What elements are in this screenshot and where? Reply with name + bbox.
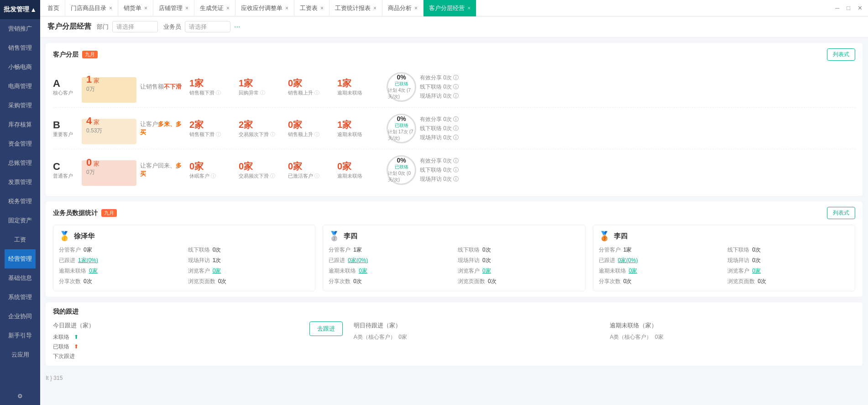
tab-payable[interactable]: 应收应付调整单×: [235, 0, 294, 16]
follow-overdue-row1: A类（核心客户） 0家: [610, 333, 855, 341]
tab-store_mgmt[interactable]: 店铺管理×: [153, 0, 194, 16]
staff-card-1: 🥈 李四 分管客户 1家 线下联络 0次 已跟进 0家(0%) 现场拜访 0次 …: [323, 225, 585, 291]
tier-label-B: B 重要客户: [53, 119, 78, 138]
tier-slogan-C: 让客户回来、多买: [140, 162, 186, 178]
sidebar-item-qiye[interactable]: 企业协同: [5, 307, 36, 326]
sidebar-item-zhangzhang[interactable]: 总账管理: [5, 153, 36, 173]
customer-list-btn[interactable]: 列表式: [827, 48, 855, 61]
staff-stat: 分享次数 0次: [59, 278, 181, 285]
staff-select[interactable]: 请选择: [185, 21, 230, 32]
staff-list-btn[interactable]: 列表式: [827, 207, 855, 219]
follow-today-row2: 已联络 ⬆: [53, 343, 298, 351]
tab-payroll_report[interactable]: 工资统计报表×: [329, 0, 382, 16]
sidebar-settings[interactable]: ⚙: [0, 387, 40, 405]
tab-label-sales_order: 销货单: [124, 4, 141, 12]
staff-stat: 浏览页面数 0次: [188, 278, 310, 285]
staff-section: 业务员数据统计 九月 列表式 🥇 徐泽华 分管客户 0家 线下联络 0次 已跟进…: [46, 201, 863, 297]
staff-month-badge: 九月: [101, 209, 117, 217]
sidebar-item-gongzi[interactable]: 工资: [5, 230, 36, 249]
sidebar-item-yingxiao[interactable]: 营销推广: [5, 19, 36, 38]
staff-header-1: 🥈 李四: [329, 231, 579, 242]
tier-count-A: 1 家 0万: [82, 71, 136, 103]
sidebar-item-xinshou[interactable]: 新手引导: [5, 326, 36, 345]
tab-label-voucher: 生成凭证: [200, 4, 224, 12]
sidebar-header[interactable]: 批发管理 ▲: [0, 0, 40, 19]
tier-label-A: A 核心客户: [53, 78, 78, 96]
go-follow-button[interactable]: 去跟进: [309, 321, 343, 336]
staff-header-0: 🥇 徐泽华: [59, 231, 309, 242]
tab-voucher[interactable]: 生成凭证×: [194, 0, 235, 16]
sidebar-item-jingying[interactable]: 经营管理: [5, 249, 36, 268]
tab-sales_order[interactable]: 销货单×: [118, 0, 153, 16]
staff-section-header: 业务员数据统计 九月 列表式: [53, 207, 855, 219]
follow-section-header: 我的跟进: [53, 308, 855, 316]
tab-close-store_mgmt[interactable]: ×: [185, 5, 188, 11]
sidebar-collapse-icon[interactable]: ▲: [30, 6, 37, 13]
staff-stat: 浏览客户 0家: [727, 267, 849, 275]
tab-home[interactable]: 首页: [42, 0, 65, 16]
staff-filter: 业务员 请选择 ···: [163, 21, 240, 32]
tab-label-goods_analysis: 商品分析: [388, 4, 412, 12]
tab-close-payable[interactable]: ×: [285, 5, 288, 11]
sidebar-item-yunyingyong[interactable]: 云应用: [5, 345, 36, 364]
tab-goods_analysis[interactable]: 商品分析×: [382, 0, 424, 16]
staff-medal-2: 🥉: [599, 231, 610, 242]
sidebar-item-kucun[interactable]: 库存核算: [5, 115, 36, 134]
bottom-hint: It } 315: [40, 371, 868, 385]
follow-today-row3: 下次跟进: [53, 352, 298, 360]
customer-section-title: 客户分层: [53, 51, 78, 59]
tab-payroll[interactable]: 工资表×: [294, 0, 329, 16]
tier-stat-C-1: 0家 交易频次下滑 ⓘ: [239, 160, 284, 179]
sidebar-item-xiaodian[interactable]: 小畅电商: [5, 58, 36, 77]
tab-customer_tier[interactable]: 客户分层经营×: [424, 0, 476, 16]
tab-close-voucher[interactable]: ×: [226, 5, 230, 11]
staff-stat: 浏览页面数 0次: [727, 278, 849, 285]
dept-select[interactable]: 请选择: [112, 21, 158, 32]
tab-close-payroll[interactable]: ×: [320, 5, 324, 11]
tab-store_goods[interactable]: 门店商品目录×: [65, 0, 118, 16]
tier-stat-A-0: 1家 销售额下滑 ⓘ: [189, 77, 235, 96]
sidebar-item-zijin[interactable]: 资金管理: [5, 134, 36, 153]
close-window-button[interactable]: ✕: [856, 5, 864, 11]
tier-right-A: 有效分享 0次 ⓘ线下联络 0次 ⓘ现场拜访 0次 ⓘ: [420, 74, 855, 100]
staff-stats-1: 分管客户 1家 线下联络 0次 已跟进 0家(0%) 现场拜访 0次 逾期未联络…: [329, 246, 579, 285]
tab-close-payroll_report[interactable]: ×: [373, 5, 376, 11]
tab-label-payroll_report: 工资统计报表: [335, 4, 371, 12]
tier-row-b: B 重要客户 4 家 0.53万 让客户多来、多买 2家 销售额下滑 ⓘ 2家 …: [53, 108, 855, 149]
tab-bar: 首页门店商品目录×销货单×店铺管理×生成凭证×应收应付调整单×工资表×工资统计报…: [40, 0, 868, 16]
follow-today-subtitle: 未联络 ⬆: [53, 333, 298, 341]
customer-section-header: 客户分层 九月 列表式: [53, 48, 855, 61]
follow-today-row2-alert: ⬆: [74, 343, 78, 350]
follow-today-row1-label: 未联络: [53, 334, 73, 340]
tier-circle-A: 0% 已联络 计划 4次 (7天/次): [387, 72, 416, 102]
staff-stat: 逾期未联络 0家: [329, 267, 450, 275]
tier-stat-B-0: 2家 销售额下滑 ⓘ: [189, 119, 235, 138]
staff-stat: 浏览页面数 0次: [458, 278, 580, 285]
sidebar-item-caigou[interactable]: 采购管理: [5, 96, 36, 115]
tab-close-goods_analysis[interactable]: ×: [414, 5, 418, 11]
tier-row-a: A 核心客户 1 家 0万 让销售额不下滑 1家 销售额下滑 ⓘ 1家 回购异常…: [53, 66, 855, 108]
tier-label-C: C 普通客户: [53, 161, 78, 179]
staff-stat: 逾期未联络 0家: [59, 267, 181, 275]
staff-name-2: 李四: [614, 232, 627, 241]
sidebar-item-shuiwu[interactable]: 税务管理: [5, 192, 36, 211]
staff-header-2: 🥉 李四: [599, 231, 849, 242]
staff-card-2: 🥉 李四 分管客户 1家 线下联络 0次 已跟进 0家(0%) 现场拜访 0次 …: [593, 225, 855, 291]
sidebar-item-fapiao[interactable]: 发票管理: [5, 173, 36, 192]
staff-name-0: 徐泽华: [74, 232, 94, 241]
minimize-button[interactable]: ─: [833, 5, 841, 11]
more-button[interactable]: ···: [234, 23, 240, 31]
sidebar-item-gudingzichan[interactable]: 固定资产: [5, 211, 36, 230]
sidebar-item-jichu[interactable]: 基础信息: [5, 268, 36, 288]
sidebar-item-xitong[interactable]: 系统管理: [5, 288, 36, 307]
staff-card-0: 🥇 徐泽华 分管客户 0家 线下联络 0次 已跟进 1家(0%) 现场拜访 1次…: [53, 225, 315, 291]
maximize-button[interactable]: □: [845, 5, 852, 11]
tab-close-customer_tier[interactable]: ×: [467, 5, 471, 11]
staff-stats-0: 分管客户 0家 线下联络 0次 已跟进 1家(0%) 现场拜访 1次 逾期未联络…: [59, 246, 309, 285]
tab-close-store_goods[interactable]: ×: [109, 5, 112, 11]
tab-close-sales_order[interactable]: ×: [144, 5, 147, 11]
tab-label-payroll: 工资表: [300, 4, 318, 12]
sidebar-item-xiaoshou[interactable]: 销售管理: [5, 38, 36, 58]
tier-row-c: C 普通客户 0 家 0万 让客户回来、多买 0家 休眠客户 ⓘ 0家 交易频次…: [53, 149, 855, 190]
sidebar-item-dianshang[interactable]: 电商管理: [5, 77, 36, 96]
